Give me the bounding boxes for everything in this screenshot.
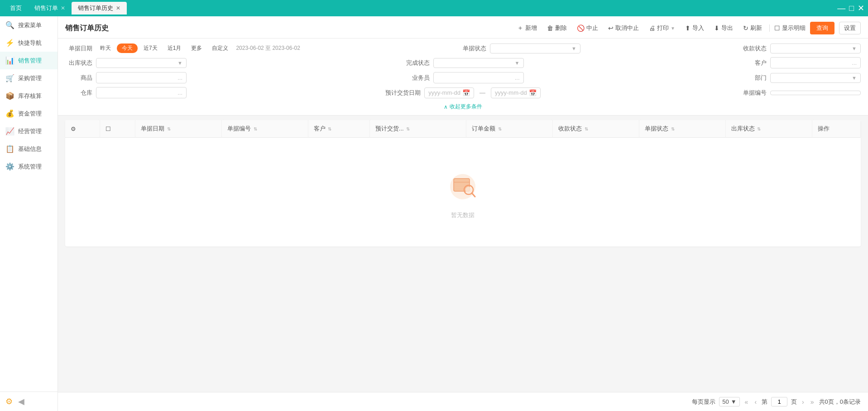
data-table: ⚙ ☐ 单据日期 ⇅ 单据编号 ⇅ — [65, 120, 861, 247]
complete-status-chevron-icon: ▼ — [515, 60, 520, 66]
date-label: 单据日期 — [65, 44, 92, 53]
refresh-icon: ↻ — [743, 24, 748, 32]
th-customer[interactable]: 客户 ⇅ — [308, 120, 369, 138]
empty-state-row: 暂无数据 — [65, 138, 861, 247]
page-size-label: 每页显示 — [692, 398, 715, 406]
page-size-select[interactable]: 50 ▼ — [719, 397, 739, 406]
gear-icon: ⚙ — [71, 126, 76, 132]
sidebar-item-purchase-mgmt[interactable]: 🛒 采购管理 — [0, 69, 58, 87]
th-amount[interactable]: 订单金额 ⇅ — [466, 120, 553, 138]
goods-input[interactable]: ... — [96, 72, 187, 83]
cancel-stop-icon: ↩ — [608, 24, 614, 32]
close-tab-history[interactable]: ✕ — [116, 5, 120, 11]
filter-row-2: 出库状态 ▼ 完成状态 ▼ 客户 ... — [65, 57, 861, 68]
inventory-icon: 📦 — [5, 92, 14, 100]
th-number[interactable]: 单据编号 ⇅ — [222, 120, 308, 138]
th-delivery[interactable]: 预计交货... ⇅ — [369, 120, 466, 138]
delete-icon: 🗑 — [547, 24, 553, 32]
filter-row-3: 商品 ... 业务员 ... 部门 ▼ — [65, 72, 861, 83]
page-title: 销售订单历史 — [65, 24, 514, 33]
date-today[interactable]: 今天 — [117, 44, 138, 53]
search-menu-icon: 🔍 — [5, 21, 14, 29]
date-custom[interactable]: 自定义 — [208, 43, 232, 53]
tab-sales-order[interactable]: 销售订单 ✕ — [28, 2, 72, 15]
total-records-text: 共0页，0条记录 — [819, 398, 861, 406]
import-icon: ⬆ — [685, 24, 691, 32]
delivery-date-start[interactable]: yyyy-mm-dd 📅 — [424, 87, 474, 98]
tab-home[interactable]: 首页 — [4, 2, 28, 15]
window-controls: — □ ✕ — [837, 4, 864, 12]
settings-button[interactable]: 设置 — [839, 22, 861, 34]
import-button[interactable]: ⬆ 导入 — [682, 22, 707, 34]
calendar-end-icon: 📅 — [529, 89, 537, 97]
sidebar-item-operations[interactable]: 📈 经营管理 — [0, 122, 58, 140]
sidebar-collapse-icon[interactable]: ◀ — [18, 396, 24, 406]
complete-status-select[interactable]: ▼ — [433, 58, 524, 68]
last-page-button[interactable]: » — [809, 398, 815, 406]
page-label: 第 — [762, 398, 767, 406]
basic-info-icon: 📋 — [5, 145, 14, 153]
th-out-status[interactable]: 出库状态 ⇅ — [725, 120, 812, 138]
prev-page-button[interactable]: ‹ — [753, 398, 758, 406]
page-unit-label: 页 — [791, 398, 797, 406]
th-date[interactable]: 单据日期 ⇅ — [135, 120, 222, 138]
bill-number-label: 单据编号 — [739, 89, 767, 97]
payment-status-select[interactable]: ▼ — [770, 44, 861, 53]
warehouse-input[interactable]: ... — [96, 87, 187, 98]
bill-number-input[interactable] — [770, 91, 861, 95]
delivery-date-end[interactable]: yyyy-mm-dd 📅 — [491, 87, 541, 98]
salesperson-label: 业务员 — [403, 74, 430, 82]
sidebar-item-basic-info[interactable]: 📋 基础信息 — [0, 140, 58, 158]
refresh-button[interactable]: ↻ 刷新 — [740, 22, 765, 34]
th-payment-status[interactable]: 收款状态 ⇅ — [553, 120, 639, 138]
close-tab-sales-order[interactable]: ✕ — [61, 5, 65, 11]
print-chevron-icon: ▼ — [671, 26, 675, 31]
bill-status-select[interactable]: ▼ — [490, 44, 580, 53]
th-gear[interactable]: ⚙ — [65, 120, 100, 138]
stop-button[interactable]: 🚫 中止 — [574, 22, 601, 34]
salesperson-input[interactable]: ... — [433, 72, 524, 83]
page-number-input[interactable] — [771, 397, 787, 406]
th-checkbox[interactable]: ☐ — [100, 120, 135, 138]
out-stock-select[interactable]: ▼ — [96, 58, 187, 68]
maximize-button[interactable]: □ — [849, 4, 854, 12]
sort-payment-icon: ⇅ — [585, 126, 588, 131]
sidebar-item-finance[interactable]: 💰 资金管理 — [0, 105, 58, 122]
date-more[interactable]: 更多 — [187, 43, 206, 53]
finance-icon: 💰 — [5, 109, 14, 118]
print-button[interactable]: 🖨 打印 ▼ — [646, 22, 678, 34]
display-columns-toggle[interactable]: ☐ 显示明细 — [774, 24, 806, 32]
date-yesterday[interactable]: 昨天 — [96, 43, 115, 53]
table-header-row: ⚙ ☐ 单据日期 ⇅ 单据编号 ⇅ — [65, 120, 861, 138]
cancel-stop-button[interactable]: ↩ 取消中止 — [605, 22, 642, 34]
sort-customer-icon: ⇅ — [328, 126, 331, 131]
add-button[interactable]: ＋ 新增 — [514, 22, 540, 34]
warehouse-label: 仓库 — [65, 89, 92, 97]
sidebar-item-inventory[interactable]: 📦 库存核算 — [0, 87, 58, 105]
export-button[interactable]: ⬇ 导出 — [711, 22, 736, 34]
minimize-button[interactable]: — — [837, 4, 845, 12]
sidebar-item-quick-nav[interactable]: ⚡ 快捷导航 — [0, 34, 58, 52]
system-mgmt-icon: ⚙️ — [5, 162, 14, 171]
window-close-button[interactable]: ✕ — [858, 4, 864, 12]
collapse-row[interactable]: ∧ 收起更多条件 — [65, 102, 861, 111]
department-select[interactable]: ▼ — [770, 73, 861, 83]
first-page-button[interactable]: « — [743, 398, 750, 406]
filter-row-4: 仓库 ... 预计交货日期 yyyy-mm-dd 📅 — yyyy-mm-dd … — [65, 87, 861, 98]
complete-status-label: 完成状态 — [403, 59, 430, 67]
svg-point-6 — [465, 187, 472, 193]
date-last7[interactable]: 近7天 — [139, 43, 162, 53]
th-bill-status[interactable]: 单据状态 ⇅ — [639, 120, 726, 138]
date-last1month[interactable]: 近1月 — [163, 43, 186, 53]
sidebar-item-sales-mgmt[interactable]: 📊 销售管理 — [0, 52, 58, 69]
sidebar-item-search-menu[interactable]: 🔍 搜索菜单 — [0, 16, 58, 34]
delete-button[interactable]: 🗑 删除 — [544, 22, 570, 34]
sidebar-item-system-mgmt[interactable]: ⚙️ 系统管理 — [0, 158, 58, 175]
tab-sales-order-history[interactable]: 销售订单历史 ✕ — [72, 2, 127, 15]
goods-label: 商品 — [65, 74, 92, 82]
sort-date-icon: ⇅ — [167, 126, 171, 131]
customer-input[interactable]: ... — [770, 57, 861, 68]
query-button[interactable]: 查询 — [810, 22, 834, 34]
next-page-button[interactable]: › — [801, 398, 806, 406]
sidebar-settings-icon[interactable]: ⚙ — [5, 396, 13, 406]
